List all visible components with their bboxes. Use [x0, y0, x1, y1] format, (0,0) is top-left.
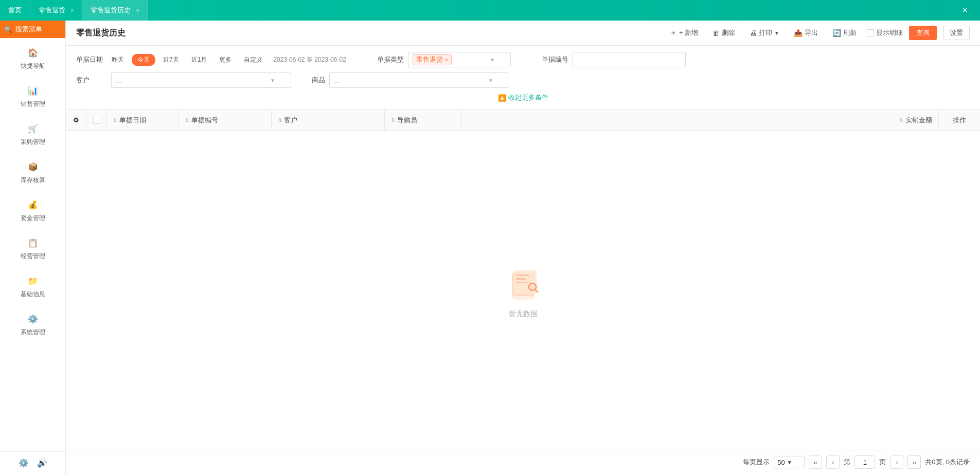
delete-button[interactable]: 🗑 删除	[708, 26, 739, 40]
svg-rect-5	[516, 282, 527, 283]
refresh-label: 刷新	[843, 28, 857, 38]
search-icon: 🔍	[4, 26, 12, 33]
col-header-guide[interactable]: ⇅ 导购员	[385, 110, 462, 130]
col-header-amount[interactable]: ⇅ 实销金额	[462, 110, 939, 130]
sidebar-item-system-mgmt[interactable]: ⚙️ 系统管理	[0, 304, 65, 342]
per-page-select[interactable]: 50 ▼	[774, 457, 805, 468]
print-button[interactable]: 🖨 打印 ▼	[745, 26, 783, 40]
display-toggle[interactable]: 显示明细	[867, 28, 903, 38]
table-header: ⚙ ⇅ 单据日期 ⇅ 单据编号 ⇅ 客户 ⇅	[66, 110, 980, 131]
tab-retail-return-close[interactable]: ×	[70, 7, 74, 13]
sidebar-item-finance[interactable]: 💰 资金管理	[0, 190, 65, 228]
sidebar-item-basic-info[interactable]: 📁 基础信息	[0, 266, 65, 304]
page-last-icon: »	[913, 459, 916, 466]
sidebar-search-label: 搜索菜单	[15, 25, 42, 34]
page-title: 零售退货历史	[76, 28, 126, 39]
sidebar-item-sales-mgmt[interactable]: 📊 销售管理	[0, 76, 65, 114]
doc-num-input[interactable]	[573, 52, 686, 67]
delete-label: 删除	[722, 28, 735, 38]
page-next-button[interactable]: ›	[890, 455, 903, 469]
goods-placeholder: ...	[334, 77, 340, 84]
col-header-customer-label: 客户	[284, 116, 297, 125]
col-header-date[interactable]: ⇅ 单据日期	[107, 110, 179, 130]
date-btn-1month[interactable]: 近1月	[187, 54, 212, 66]
date-btn-custom[interactable]: 自定义	[239, 54, 267, 66]
sales-mgmt-icon: 📊	[26, 83, 40, 98]
purchase-mgmt-icon: 🛒	[26, 121, 40, 136]
tab-retail-return[interactable]: 零售退货 ×	[30, 0, 82, 21]
table-area: ⚙ ⇅ 单据日期 ⇅ 单据编号 ⇅ 客户 ⇅	[66, 110, 980, 450]
refresh-button[interactable]: 🔄 刷新	[828, 26, 861, 40]
per-page-label: 每页显示	[743, 458, 770, 467]
date-range-display: 2023-06-02 至 2023-06-02	[273, 56, 346, 64]
customer-select[interactable]: ... ▼	[111, 72, 291, 88]
date-filter-buttons: 昨天 今天 近7天 近1月 更多 自定义	[107, 54, 267, 66]
goods-label: 商品	[312, 76, 325, 85]
page-number-input[interactable]	[854, 455, 875, 469]
new-label: + 新增	[679, 28, 698, 38]
topbar-right: ×	[958, 5, 980, 16]
inventory-icon: 📦	[26, 159, 40, 174]
sidebar-audio-icon[interactable]: 🔊	[37, 458, 47, 468]
sidebar-search[interactable]: 🔍 搜索菜单	[0, 21, 65, 38]
operations-icon: 📋	[26, 235, 40, 250]
export-icon: 📤	[794, 29, 803, 37]
select-all-checkbox[interactable]	[86, 110, 107, 130]
sidebar-settings-icon[interactable]: ⚙️	[19, 458, 29, 468]
tab-retail-return-history-label: 零售退货历史	[91, 6, 131, 15]
doc-type-select[interactable]: 零售退货 × ▼	[408, 52, 511, 67]
page-prev-button[interactable]: ‹	[826, 455, 840, 469]
per-page-dropdown-icon: ▼	[787, 460, 792, 465]
sidebar-item-operations-label: 经营管理	[21, 252, 45, 261]
date-btn-7days[interactable]: 近7天	[158, 54, 184, 66]
page-last-button[interactable]: »	[907, 455, 921, 469]
header-checkbox[interactable]	[93, 117, 100, 124]
date-btn-more[interactable]: 更多	[215, 54, 236, 66]
sort-icon-amount: ⇅	[899, 117, 903, 123]
col-header-doc-num[interactable]: ⇅ 单据编号	[179, 110, 272, 130]
collapse-filter-button[interactable]: 🔼 收起更多条件	[498, 93, 548, 102]
date-btn-yesterday[interactable]: 昨天	[107, 54, 129, 66]
sidebar-item-operations[interactable]: 📋 经营管理	[0, 228, 65, 266]
col-header-customer[interactable]: ⇅ 客户	[272, 110, 385, 130]
col-header-doc-num-label: 单据编号	[191, 116, 218, 125]
customer-filter-label: 客户	[76, 76, 107, 85]
query-button[interactable]: 查询	[909, 26, 937, 40]
page-first-button[interactable]: «	[809, 455, 822, 469]
tab-home[interactable]: 首页	[0, 0, 30, 21]
date-btn-today[interactable]: 今天	[132, 54, 155, 66]
svg-rect-4	[516, 278, 526, 280]
sidebar-item-quick-nav-label: 快捷导航	[21, 62, 45, 70]
svg-rect-3	[516, 275, 529, 276]
export-button[interactable]: 📤 导出	[790, 26, 822, 40]
settings-button[interactable]: 设置	[943, 26, 970, 40]
column-settings-button[interactable]: ⚙	[66, 110, 86, 130]
filter-row-date: 单据日期 昨天 今天 近7天 近1月 更多 自定义 2023-06-02 至 2…	[76, 52, 970, 67]
settings-icon: ⚙	[73, 116, 79, 124]
export-label: 导出	[805, 28, 818, 38]
sidebar-item-purchase-mgmt[interactable]: 🛒 采购管理	[0, 114, 65, 152]
col-header-date-label: 单据日期	[119, 116, 146, 125]
sidebar-item-inventory[interactable]: 📦 库存核算	[0, 152, 65, 190]
goods-select[interactable]: ... ▼	[329, 72, 509, 88]
sort-icon-customer: ⇅	[278, 117, 282, 123]
doc-type-tag-label: 零售退货	[416, 55, 443, 64]
tab-retail-return-history-close[interactable]: ×	[136, 7, 139, 13]
sort-icon-date: ⇅	[113, 117, 117, 123]
doc-type-tag-close[interactable]: ×	[445, 57, 448, 63]
refresh-icon: 🔄	[832, 29, 841, 37]
window-close-button[interactable]: ×	[958, 5, 972, 16]
display-checkbox[interactable]	[867, 29, 874, 37]
main-layout: 🔍 搜索菜单 🏠 快捷导航 📊 销售管理 🛒 采购管理 📦 库存核算 💰 资金管…	[0, 21, 980, 474]
collapse-up-icon: 🔼	[498, 94, 506, 102]
customer-placeholder: ...	[116, 77, 121, 84]
print-dropdown-icon: ▼	[774, 30, 779, 36]
sidebar-item-quick-nav[interactable]: 🏠 快捷导航	[0, 38, 65, 76]
system-mgmt-icon: ⚙️	[26, 312, 40, 326]
new-button[interactable]: ＋ + 新增	[666, 26, 702, 40]
page-first-icon: «	[814, 459, 817, 466]
tab-bar: 首页 零售退货 × 零售退货历史 ×	[0, 0, 958, 21]
col-header-actions: 操作	[939, 110, 980, 130]
tab-retail-return-history[interactable]: 零售退货历史 ×	[82, 0, 148, 21]
page-next-icon: ›	[896, 459, 898, 466]
